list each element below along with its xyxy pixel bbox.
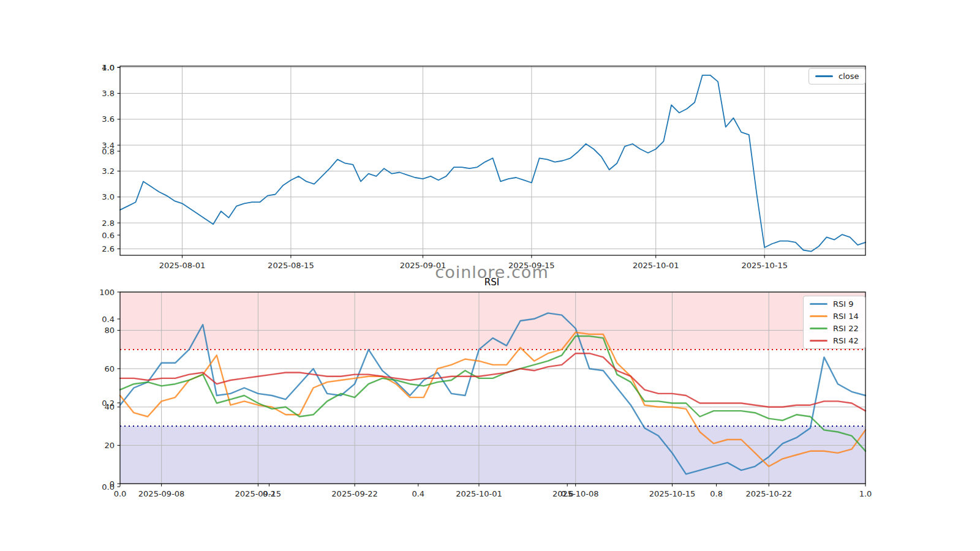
x-tick-label: 2025-10-15: [649, 489, 696, 498]
x-tick-label: 2025-08-15: [268, 261, 314, 270]
legend-item-close: close: [815, 72, 859, 81]
x-tick-label: 2025-10-22: [745, 489, 792, 498]
legend-label: RSI 22: [833, 324, 859, 333]
figure: 2.62.83.03.23.43.63.84.02025-08-012025-0…: [0, 0, 980, 551]
close-line: [120, 75, 865, 252]
y-tick-label: 3.0: [102, 192, 115, 201]
legend-line-sample: [810, 303, 827, 305]
x-tick-label: 2025-10-15: [741, 261, 788, 270]
y-tick-label: 2.8: [102, 219, 115, 228]
x-tick-label: 2025-09-22: [331, 489, 378, 498]
legend-label: RSI 14: [833, 312, 859, 321]
y-tick-label: 60: [104, 364, 115, 373]
overlay-y-tick-label: 0.0: [102, 482, 115, 492]
legend-label: RSI 42: [833, 336, 859, 345]
overlay-x-tick-label: 0.8: [710, 489, 723, 498]
legend-item-rsi-14: RSI 14: [810, 312, 859, 321]
rsi-bands: [120, 292, 865, 484]
legend-item-rsi-9: RSI 9: [810, 299, 859, 309]
price-series: [120, 75, 865, 252]
legend-line-sample: [810, 328, 827, 329]
x-tick-label: 2025-10-01: [633, 261, 679, 270]
overlay-x-tick-label: 0.4: [412, 489, 424, 498]
overlay-y-tick-label: 0.2: [102, 399, 115, 408]
y-tick-label: 20: [104, 441, 115, 450]
y-tick-label: 100: [99, 288, 115, 297]
rsi-42-line: [120, 353, 865, 411]
rsi-threshold-lines: [120, 350, 865, 426]
legend-item-rsi-22: RSI 22: [810, 324, 859, 333]
overlay-y-tick-label: 0.4: [102, 315, 115, 324]
overlay-x-tick-label: 0.2: [263, 489, 276, 498]
legend-item-rsi-42: RSI 42: [810, 336, 859, 345]
overlay-x-tick-label: 1.0: [859, 489, 872, 498]
y-tick-label: 2.6: [102, 244, 115, 253]
rsi-legend: RSI 9RSI 14RSI 22RSI 42: [803, 296, 865, 349]
rsi-subplot-title: RSI: [431, 277, 553, 288]
x-tick-label: 2025-09-08: [138, 489, 185, 498]
x-tick-label: 2025-08-01: [159, 261, 206, 270]
y-tick-label: 80: [104, 326, 115, 335]
overbought-band: [120, 292, 865, 350]
oversold-band: [120, 426, 865, 484]
price-legend: close: [809, 68, 865, 84]
overlay-y-tick-label: 0.8: [102, 147, 115, 156]
legend-line-sample: [810, 340, 827, 342]
legend-label: RSI 9: [833, 299, 854, 309]
overlay-y-tick-label: 1.0: [102, 63, 115, 72]
y-tick-label: 3.8: [102, 89, 115, 98]
legend-line-sample: [815, 75, 833, 77]
price-chart-axes: 2.62.83.03.23.43.63.84.02025-08-012025-0…: [102, 63, 865, 270]
y-tick-label: 3.2: [102, 167, 115, 176]
x-tick-label: 2025-10-01: [456, 489, 502, 498]
overlay-y-tick-label: 0.6: [102, 231, 115, 240]
x-tick-label: 2025-10-08: [552, 489, 599, 498]
y-tick-label: 3.6: [102, 114, 115, 124]
overlay-x-tick-label: 0.6: [561, 489, 574, 498]
legend-label: close: [839, 72, 859, 81]
legend-line-sample: [810, 315, 827, 317]
overlay-x-tick-label: 0.0: [114, 489, 127, 498]
